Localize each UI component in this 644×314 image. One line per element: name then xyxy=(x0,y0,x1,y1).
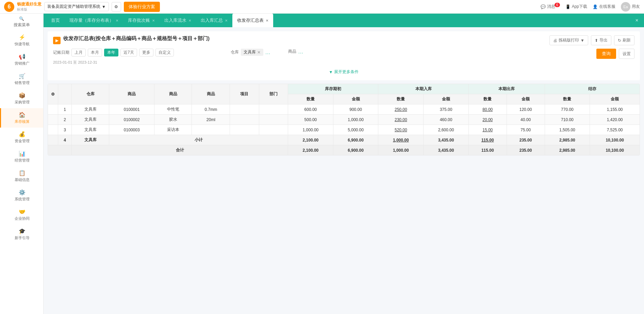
tab-batch-label: 库存批次账 xyxy=(128,17,150,23)
date-btn-this-month[interactable]: 本月 xyxy=(88,49,102,56)
sidebar-item-quicknav[interactable]: ⚡ 快捷导航 xyxy=(0,31,43,50)
sidebar-item-system[interactable]: ⚙️ 系统管理 xyxy=(0,186,43,205)
top-bar-right: 💬 消息 6 📱 App下载 👤 在线客服 Ea 用友 xyxy=(541,2,640,12)
sidebar-item-guide[interactable]: 🎓 新手引导 xyxy=(0,225,43,244)
subtotal-row: 4 文具库 小计 2,100.00 6,900.00 1,000.00 3,43… xyxy=(48,135,640,145)
message-btn[interactable]: 💬 消息 6 xyxy=(541,4,560,10)
sidebar-item-inventory[interactable]: 🏠 库存核算 xyxy=(0,108,43,128)
goods-ellipsis[interactable]: ... xyxy=(298,49,303,54)
sidebar-item-marketing[interactable]: 📢 营销推广 xyxy=(0,50,43,69)
quicknav-icon: ⚡ xyxy=(19,34,26,40)
table-row: 1 文具库 0100001 中性笔 0.7mm 600.00 900.00 25… xyxy=(48,104,640,115)
sidebar-item-operation[interactable]: 📊 经营管理 xyxy=(0,147,43,166)
sidebar-marketing-label: 营销推广 xyxy=(15,61,30,66)
sidebar-item-basic[interactable]: 📋 基础信息 xyxy=(0,166,43,186)
tab-inout-flow-close[interactable]: ✕ xyxy=(188,19,191,22)
tab-inout-flow-label: 出入库流水 xyxy=(164,17,186,23)
expand-icon: ▼ xyxy=(329,70,333,75)
app-download-btn[interactable]: 📱 App下载 xyxy=(565,4,587,10)
row-balance-amt: 1,155.00 xyxy=(590,104,640,115)
date-btn-this-year[interactable]: 本年 xyxy=(104,49,118,56)
row-in-amt: 2,600.00 xyxy=(424,125,469,135)
tab-stock-dist[interactable]: 现存量（库存分布表） ✕ xyxy=(65,14,123,27)
row-out-qty: 15.00 xyxy=(468,125,507,135)
print-icon: 🖨 xyxy=(553,38,557,43)
tab-inout-sum-close[interactable]: ✕ xyxy=(225,19,228,22)
row-opening-qty: 600.00 xyxy=(288,104,333,115)
row-project xyxy=(230,125,259,135)
row-out-amt: 40.00 xyxy=(507,115,545,125)
total-row: 合计 2,100.00 6,900.00 1,000.00 3,435.00 1… xyxy=(48,145,640,155)
app-container: 6 畅捷通好生意 标准版 装备及固定资产辅助管理系统 ▼ ⚙ 体验行业方案 💬 … xyxy=(0,0,644,314)
sidebar-item-sales[interactable]: 🛒 销售管理 xyxy=(0,69,43,89)
warehouse-filter-label: 仓库 xyxy=(231,49,239,55)
dropdown-icon: ▼ xyxy=(102,4,106,9)
tab-recv-sum-close[interactable]: ✕ xyxy=(266,19,268,22)
refresh-icon: ↻ xyxy=(618,38,621,43)
page-header: ▶ 收发存汇总表(按仓库＋商品编码＋商品＋规格型号＋项目＋部门) 🖨 拣稿版打印… xyxy=(48,31,640,80)
sidebar-item-finance[interactable]: 💰 资金管理 xyxy=(0,128,43,147)
main-area: 🔍 搜索菜单 ⚡ 快捷导航 📢 营销推广 🛒 销售管理 📦 采购管理 🏠 xyxy=(0,14,644,314)
sidebar-search[interactable]: 🔍 搜索菜单 xyxy=(0,14,43,31)
sales-icon: 🛒 xyxy=(19,73,26,79)
row-num: 1 xyxy=(58,104,72,115)
export-btn[interactable]: ⬆ 导出 xyxy=(591,35,611,45)
subtotal-label: 小计 xyxy=(109,135,288,145)
subtotal-out-qty: 115.00 xyxy=(468,135,507,145)
row-department xyxy=(259,115,288,125)
experience-btn[interactable]: 体验行业方案 xyxy=(124,2,160,12)
row-in-amt: 375.00 xyxy=(424,104,469,115)
tab-home[interactable]: 首页 xyxy=(46,14,65,27)
date-buttons: 上月 本月 本年 近7天 更多 自定义 xyxy=(71,49,174,56)
query-btn[interactable]: 查询 xyxy=(596,49,616,59)
th-product-name: 商品 xyxy=(154,84,192,104)
filter-arrow-btn[interactable]: ▶ xyxy=(53,37,61,44)
tab-inout-sum-label: 出入库汇总 xyxy=(201,17,223,23)
operation-icon: 📊 xyxy=(19,150,26,157)
table-settings-btn[interactable]: 设置 xyxy=(619,49,634,59)
refresh-btn[interactable]: ↻ 刷新 xyxy=(614,35,634,45)
total-out-amt: 235.00 xyxy=(507,145,545,155)
subtotal-in-amt: 3,435.00 xyxy=(424,135,469,145)
date-btn-7days[interactable]: 近7天 xyxy=(120,49,137,56)
total-opening-qty: 2,100.00 xyxy=(288,145,333,155)
date-btn-more[interactable]: 更多 xyxy=(139,49,153,56)
message-badge: 6 xyxy=(555,3,560,7)
user-btn[interactable]: Ea 用友 xyxy=(621,2,640,12)
row-in-qty: 230.00 xyxy=(378,115,424,125)
tab-stock-dist-close[interactable]: ✕ xyxy=(116,19,118,22)
online-service-btn[interactable]: 👤 在线客服 xyxy=(593,4,615,10)
print-btn[interactable]: 🖨 拣稿版打印 ▼ xyxy=(549,35,588,45)
warehouse-ellipsis[interactable]: ... xyxy=(265,50,270,55)
date-btn-custom[interactable]: 自定义 xyxy=(155,49,174,56)
subtotal-opening-amt: 6,900.00 xyxy=(333,135,378,145)
tab-stock-dist-label: 现存量（库存分布表） xyxy=(69,17,114,23)
sidebar-guide-label: 新手引导 xyxy=(15,235,30,241)
th-out-amt: 金额 xyxy=(507,94,545,104)
tab-batch-close[interactable]: ✕ xyxy=(152,19,155,22)
tab-recv-sum[interactable]: 收发存汇总表 ✕ xyxy=(232,14,273,27)
expand-conditions-btn[interactable]: ▼ 展开更多条件 xyxy=(329,69,359,75)
th-balance-amt: 金额 xyxy=(590,94,640,104)
date-btn-last-month[interactable]: 上月 xyxy=(71,49,86,56)
close-all-tabs[interactable]: ✕ xyxy=(632,18,641,23)
tab-inout-flow[interactable]: 出入库流水 ✕ xyxy=(160,14,196,27)
settings-icon[interactable]: ⚙ xyxy=(112,2,121,12)
app-name-block: 畅捷通好生意 标准版 xyxy=(17,2,42,12)
sidebar-inventory-label: 库存核算 xyxy=(15,119,30,124)
tab-inout-sum[interactable]: 出入库汇总 ✕ xyxy=(196,14,232,27)
warehouse-tag-close[interactable]: ✕ xyxy=(257,50,261,55)
subtotal-settings xyxy=(48,135,58,145)
print-dropdown-icon: ▼ xyxy=(580,38,584,43)
system-selector[interactable]: 装备及固定资产辅助管理系统 ▼ xyxy=(44,2,109,11)
top-bar: 6 畅捷通好生意 标准版 装备及固定资产辅助管理系统 ▼ ⚙ 体验行业方案 💬 … xyxy=(0,0,644,14)
sidebar-purchase-label: 采购管理 xyxy=(15,100,30,105)
sidebar-item-enterprise[interactable]: 🤝 企业协同 xyxy=(0,205,43,225)
th-balance-qty: 数量 xyxy=(545,94,590,104)
sidebar-item-purchase[interactable]: 📦 采购管理 xyxy=(0,89,43,108)
tab-batch[interactable]: 库存批次账 ✕ xyxy=(123,14,160,27)
subtotal-balance-amt: 10,100.00 xyxy=(590,135,640,145)
th-project: 项目 xyxy=(230,84,259,104)
row-department xyxy=(259,125,288,135)
row-warehouse: 文具库 xyxy=(72,125,109,135)
